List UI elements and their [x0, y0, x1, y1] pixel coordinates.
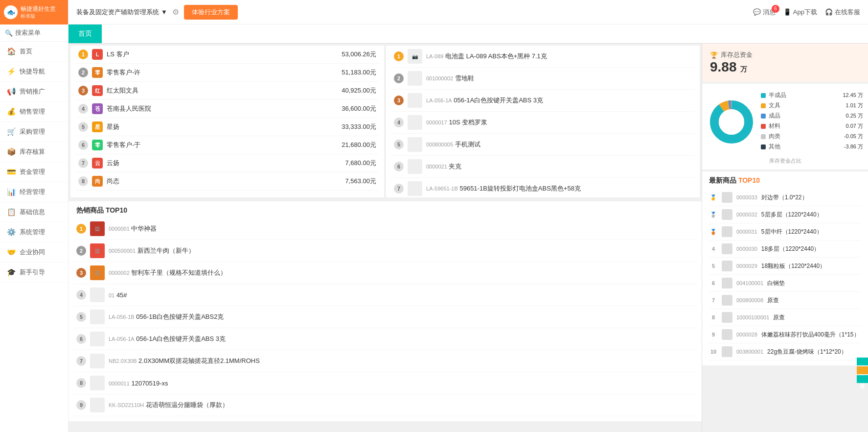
hot-products-title: 热销商品 TOP10 — [76, 206, 127, 215]
rank-item: 5 星 星扬 33,333.00元 — [75, 118, 379, 136]
newest-item: 7 000800008 原查 — [709, 292, 861, 309]
customer-value: 53,006.26元 — [342, 50, 376, 59]
product-thumb — [90, 398, 105, 412]
legend-value: 0.07 万 — [846, 122, 863, 130]
avatar: 尚 — [92, 176, 103, 187]
newest-item: 🥈 0000032 5层多层（1220*2440） — [709, 206, 861, 223]
app-download-action[interactable]: 📱 App下载 — [783, 8, 817, 17]
chart-legend: 半成品 12.45 万 文具 1.01 万 成品 0.25 万 — [761, 91, 863, 153]
topbar: 装备及固定资产辅助管理系统 ▼ ⚙ 体验行业方案 💬 消息 6 📱 App下载 … — [69, 0, 868, 24]
messages-action[interactable]: 💬 消息 6 — [753, 8, 776, 17]
rank-number: 8 — [709, 313, 718, 322]
trophy-icon: 🏆 — [710, 51, 718, 59]
newest-title: 最新商品 TOP10 — [709, 176, 861, 185]
product-thumb — [90, 310, 105, 324]
sidebar-item-label: 库存核算 — [20, 147, 45, 156]
rank-number: 7 — [78, 158, 88, 168]
svg-point-5 — [719, 109, 744, 135]
sidebar-item-marketing[interactable]: 📢 营销推广 — [0, 82, 68, 102]
newest-item: 🥇 0000033 封边带（1.0*22） — [709, 189, 861, 206]
sidebar-title: 畅捷通好生意 标准版 — [21, 5, 56, 20]
hot-product-item: 5 LA-056-1B 056-1B白色按键开关盖ABS2克 — [73, 306, 697, 328]
topbar-right: 💬 消息 6 📱 App下载 🎧 在线客服 — [753, 8, 860, 17]
inventory-icon: 📦 — [7, 147, 16, 156]
hot-product-item: 4 01 45# — [73, 284, 697, 306]
legend-label: 肉类 — [769, 132, 841, 141]
rank-item: 4 苍 苍南县人民医院 36,600.00元 — [75, 100, 379, 118]
live-stream-btn[interactable]: 直播 — [857, 375, 868, 383]
sidebar-item-label: 企业协同 — [20, 248, 45, 257]
product-item: 5 000800005 手机测试 — [391, 134, 695, 156]
online-service-action[interactable]: 🎧 在线客服 — [825, 8, 860, 17]
sidebar-item-guide[interactable]: 🎓 新手引导 — [0, 263, 68, 283]
customer-value: 40,925.00元 — [342, 86, 376, 95]
settings-icon[interactable]: ⚙ — [172, 7, 179, 17]
sidebar-item-system[interactable]: ⚙️ 系统管理 — [0, 222, 68, 242]
inventory-title: 🏆 库存总资金 — [710, 50, 860, 59]
sidebar-item-label: 经营管理 — [20, 188, 45, 196]
sidebar-search[interactable]: 🔍 搜索菜单 — [0, 24, 68, 42]
product-thumb — [722, 278, 732, 288]
legend-value: -0.05 万 — [844, 133, 863, 140]
product-name: 18颗粒板（1220*2440） — [761, 262, 861, 270]
sidebar-item-sales[interactable]: 💰 销售管理 — [0, 102, 68, 122]
rank-number: 6 — [76, 334, 86, 344]
rank-number: 5 — [76, 312, 86, 322]
product-thumb — [90, 288, 105, 302]
legend-label: 半成品 — [769, 91, 840, 99]
sidebar-item-collab[interactable]: 🤝 企业协同 — [0, 242, 68, 263]
product-name: 白钢垫 — [767, 279, 861, 288]
product-info: LA-089 电池盖 LA-089 ABS本色+黑种 7.1克 — [426, 52, 547, 61]
service-community-btn[interactable]: 服务社区 — [857, 366, 868, 374]
sidebar-item-operations[interactable]: 📊 经营管理 — [0, 182, 68, 202]
product-thumb — [722, 192, 732, 203]
legend-item: 肉类 -0.05 万 — [761, 132, 863, 141]
tab-home[interactable]: 首页 — [69, 24, 102, 43]
sidebar-item-purchase[interactable]: 🛒 采购管理 — [0, 122, 68, 142]
inventory-amount: 9.88 万 — [710, 59, 860, 75]
rank-item: 7 云 云扬 7,680.00元 — [75, 154, 379, 172]
avatar: 星 — [92, 121, 103, 132]
product-name: 22g鱼豆腐-烧烤味（1*12*20） — [767, 348, 861, 356]
product-item: 4 0000017 10S 变档罗浆 — [391, 112, 695, 134]
customer-name: 红太阳文具 — [107, 86, 338, 95]
sidebar-item-base[interactable]: 📋 基础信息 — [0, 202, 68, 222]
customer-value: 36,600.00元 — [342, 104, 376, 113]
sidebar-nav: 🏠 首页 ⚡ 快捷导航 📢 营销推广 💰 销售管理 🛒 采购管理 📦 库存核算 … — [0, 42, 68, 432]
rank-number: 9 — [709, 330, 718, 339]
customer-value: 33,333.00元 — [342, 122, 376, 131]
sidebar-item-finance[interactable]: 💳 资金管理 — [0, 162, 68, 182]
hot-product-item: 3 🖼 0000002 智利车子里（规格不知道填什么） — [73, 262, 697, 284]
product-code: 003800001 — [736, 349, 763, 355]
rank-number: 10 — [709, 347, 718, 356]
rank-number: 9 — [76, 400, 86, 410]
product-name: 5层中纤（1220*2440） — [761, 228, 861, 236]
experience-btn[interactable]: 体验行业方案 — [184, 5, 238, 20]
base-icon: 📋 — [7, 208, 16, 216]
logo-icon: 🐟 — [4, 5, 18, 19]
customer-name: 云扬 — [107, 159, 341, 168]
product-info: 0000021 夹克 — [426, 162, 461, 171]
sidebar-item-inventory[interactable]: 📦 库存核算 — [0, 142, 68, 162]
system-selector[interactable]: 装备及固定资产辅助管理系统 ▼ — [76, 8, 167, 17]
customer-service-btn[interactable]: 客服热线 — [857, 358, 868, 365]
product-thumb — [722, 346, 732, 357]
legend-value: 0.25 万 — [846, 112, 863, 120]
product-item: 1 📷 LA-089 电池盖 LA-089 ABS本色+黑种 7.1克 — [391, 46, 695, 68]
rank-number: 8 — [78, 176, 88, 186]
rank-number: 🥇 — [709, 193, 718, 202]
rank-number: 6 — [394, 162, 404, 171]
product-thumb: 🖼 — [90, 221, 105, 236]
rank-item: 1 L LS 客户 53,006.26元 — [75, 46, 379, 64]
top-section: 1 L LS 客户 53,006.26元 2 零 零售客户-许 51,183.0… — [69, 44, 702, 199]
product-code: 0000033 — [736, 194, 757, 200]
sidebar-item-home[interactable]: 🏠 首页 — [0, 42, 68, 62]
guide-icon: 🎓 — [7, 268, 16, 277]
sidebar-item-quicknav[interactable]: ⚡ 快捷导航 — [0, 62, 68, 82]
product-name: 18多层（1220*2440） — [761, 245, 861, 253]
customer-top-card: 1 L LS 客户 53,006.26元 2 零 零售客户-许 51,183.0… — [70, 46, 384, 197]
product-info: 0000001 中华神器 — [109, 224, 157, 233]
rank-number: 6 — [78, 140, 88, 150]
rank-item: 6 零 零售客户-于 21,680.00元 — [75, 136, 379, 154]
product-thumb: 🖼 — [90, 243, 105, 258]
